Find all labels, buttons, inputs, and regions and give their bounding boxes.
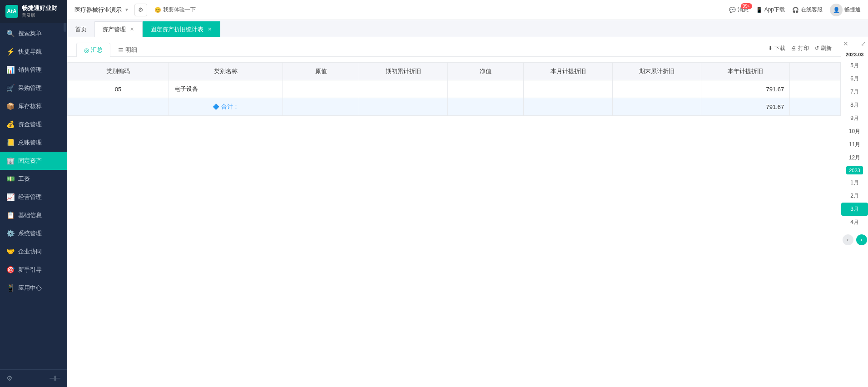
sidebar-item-label: 采购管理 [18,84,42,92]
customer-service-label: 在线客服 [801,6,823,14]
depreciation-table: 类别编码 类别名称 原值 期初累计折旧 净值 本月计提折旧 期末累计折旧 本年计… [67,62,841,116]
info-icon: 🔷 [213,104,219,110]
tab-home[interactable]: 首页 [67,21,94,37]
customer-service-button[interactable]: 🎧 在线客服 [792,6,823,14]
total-text: 合计： [221,103,239,111]
th-category-name: 类别名称 [169,63,283,80]
sidebar-item-label: 系统管理 [18,229,42,238]
sidebar-footer: ⚙ ⊣⊢ [0,369,67,387]
search-icon: 🔍 [6,30,15,38]
user-profile[interactable]: 👤 畅捷通 [830,4,861,16]
refresh-button[interactable]: ↺ 刷新 [814,45,832,52]
td-period-depr [359,80,447,98]
subtab-detail[interactable]: ☰ 明细 [110,43,145,57]
app-logo: AtA [5,5,18,18]
sidebar-item-ledger[interactable]: 📒 总账管理 [0,134,67,152]
subtab-summary[interactable]: ◎ 汇总 [76,43,110,57]
sub-tabs-bar: ◎ 汇总 ☰ 明细 ⬇ 下载 🖨 打印 [67,37,841,57]
year-2023-label[interactable]: 2023 [846,166,863,174]
td-total-extra [790,98,841,116]
headset-icon: 🎧 [792,7,799,13]
company-name: 医疗器械行业演示 [74,6,122,14]
message-icon: 💬 [729,7,736,13]
month-1[interactable]: 1月 [841,176,868,189]
sidebar-item-collaboration[interactable]: 🤝 企业协同 [0,243,67,261]
sidebar-item-purchase[interactable]: 🛒 采购管理 [0,79,67,97]
month-5[interactable]: 5月 [841,59,868,72]
sidebar-item-label: 销售管理 [18,66,42,74]
operations-icon: 📈 [6,193,15,201]
month-9[interactable]: 9月 [841,112,868,125]
settings-button[interactable]: ⚙ [134,4,147,16]
sidebar-item-label: 经营管理 [18,193,42,201]
td-end-depr [612,80,701,98]
month-7[interactable]: 7月 [841,85,868,99]
td-total-net [448,98,524,116]
purchase-icon: 🛒 [6,84,15,92]
print-button[interactable]: 🖨 打印 [791,45,809,52]
td-total-label: 🔷 合计： [169,98,283,116]
sidebar-item-operations[interactable]: 📈 经营管理 [0,188,67,206]
download-button[interactable]: ⬇ 下载 [768,45,785,52]
td-original-value [283,80,359,98]
sidebar-item-inventory[interactable]: 📦 库存核算 [0,97,67,115]
tab-asset-mgmt-label: 资产管理 [102,25,126,34]
page-content: ◎ 汇总 ☰ 明细 ⬇ 下载 🖨 打印 [67,37,841,387]
expand-panel-button[interactable]: ⤢ [861,40,866,47]
td-total-original [283,98,359,116]
table-row: 05 电子设备 791.67 [68,80,841,98]
sidebar-item-label: 库存核算 [18,102,42,110]
app-download-button[interactable]: 📱 App下载 [756,6,785,14]
month-2[interactable]: 2月 [841,189,868,203]
download-icon: ⬇ [768,45,773,51]
sidebar-item-basic-info[interactable]: 📋 基础信息 [0,206,67,224]
tab-close-asset-mgmt[interactable]: ✕ [129,26,135,33]
month-10[interactable]: 10月 [841,125,868,138]
collaboration-icon: 🤝 [6,248,15,256]
summary-icon: ◎ [84,47,89,54]
date-panel-title: 2023.03 [841,50,868,59]
sidebar-item-search[interactable]: 🔍 搜索菜单 [0,25,67,43]
sidebar-item-finance[interactable]: 💰 资金管理 [0,115,67,134]
tab-asset-mgmt[interactable]: 资产管理 ✕ [94,21,143,37]
sidebar-item-guide[interactable]: 🎯 新手引导 [0,261,67,279]
sidebar-item-label: 应用中心 [18,284,42,292]
tab-home-label: 首页 [75,25,87,34]
tab-depreciation[interactable]: 固定资产折旧统计表 ✕ [143,21,220,37]
next-period-button[interactable]: › [856,234,867,245]
message-badge: 99+ [741,3,752,9]
month-12[interactable]: 12月 [841,151,868,164]
refresh-label: 刷新 [821,45,832,52]
sidebar-item-label: 资金管理 [18,120,42,129]
month-8[interactable]: 8月 [841,99,868,112]
sidebar-item-fixed-assets[interactable]: 🏢 固定资产 [0,152,67,170]
print-label: 打印 [798,45,809,52]
sidebar-item-payroll[interactable]: 💵 工资 [0,170,67,188]
company-selector[interactable]: 医疗器械行业演示 ▼ [74,6,129,14]
app-version: 普及版 [22,12,57,18]
tab-depreciation-label: 固定资产折旧统计表 [150,25,203,34]
inventory-icon: 📦 [6,102,15,110]
sidebar-item-label: 搜索菜单 [18,30,42,38]
experience-label: 我要体验一下 [163,6,196,14]
month-3-active[interactable]: 3月 [841,203,868,216]
sidebar-item-app-center[interactable]: 📱 应用中心 [0,279,67,297]
tab-close-depreciation[interactable]: ✕ [206,26,213,33]
td-total-end-depr [612,98,701,116]
app-center-icon: 📱 [6,284,15,292]
sidebar-item-system[interactable]: ⚙️ 系统管理 [0,224,67,243]
experience-button[interactable]: 😊 我要体验一下 [154,6,196,14]
sidebar-item-sales[interactable]: 📊 销售管理 [0,61,67,79]
tabbar: 首页 资产管理 ✕ 固定资产折旧统计表 ✕ [67,20,868,37]
user-icon: 👤 [833,7,840,13]
month-4[interactable]: 4月 [841,216,868,229]
sidebar-item-quick-nav[interactable]: ⚡ 快捷导航 [0,43,67,61]
month-11[interactable]: 11月 [841,138,868,151]
collapse-icon[interactable]: ⊣⊢ [49,374,61,382]
month-6[interactable]: 6月 [841,72,868,85]
total-label-cell: 🔷 合计： [173,103,279,111]
settings-footer-icon[interactable]: ⚙ [6,374,12,382]
prev-period-button[interactable]: ‹ [843,234,853,245]
close-panel-button[interactable]: ✕ [843,40,848,47]
message-button[interactable]: 💬 消息 99+ [729,6,749,14]
